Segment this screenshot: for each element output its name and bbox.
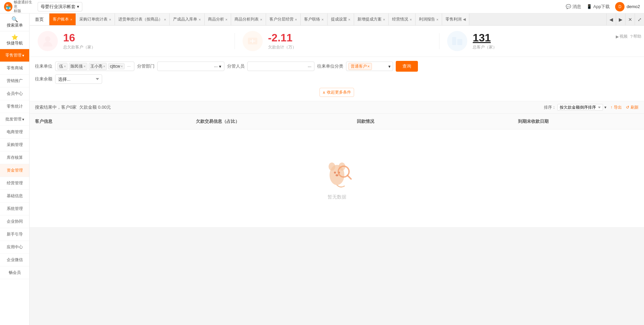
tab-close-icon[interactable]: ×: [295, 17, 297, 22]
sidebar-item-app-center[interactable]: 应用中心: [0, 241, 29, 254]
help-link[interactable]: ? 帮助: [630, 34, 641, 39]
stat-icon-1: [38, 31, 58, 51]
tab-close-icon[interactable]: ×: [164, 17, 166, 22]
tab-purchase-order-stats[interactable]: 采购订单统计表 ×: [76, 13, 115, 25]
unit-tags-input[interactable]: 伍 × 陈民强 × 王小亮 × cjttcw ×: [55, 62, 134, 71]
tab-close-icon[interactable]: ◀: [463, 17, 466, 22]
tab-prev-button[interactable]: ◀: [606, 13, 616, 26]
sort-chevron-icon: ▾: [604, 105, 606, 110]
tab-close-icon[interactable]: ×: [260, 17, 262, 22]
sys-mgmt-label: 系统管理: [1, 206, 28, 212]
person-select[interactable]: ···: [247, 62, 314, 71]
sidebar-item-inventory[interactable]: 库存核算: [0, 151, 29, 164]
sidebar-item-sys-mgmt[interactable]: 系统管理: [0, 203, 29, 215]
refresh-button[interactable]: ↺ 刷新: [626, 105, 639, 110]
tab-purchase-stats-product[interactable]: 进货单统计表（按商品） ×: [115, 13, 170, 25]
tab-close-icon[interactable]: ×: [348, 17, 350, 22]
tab-product-cost-entry[interactable]: 产成品入库单 ×: [170, 13, 204, 25]
tab-close-icon[interactable]: ×: [436, 17, 438, 22]
sidebar-search[interactable]: 🔍 搜索菜单: [0, 13, 29, 31]
username-label: demo2: [627, 4, 640, 9]
tab-maximize-button[interactable]: ⤢: [635, 13, 644, 26]
unit-tag-chen-close[interactable]: ×: [83, 64, 85, 68]
sidebar-item-ecommerce[interactable]: 电商管理: [0, 126, 29, 139]
tab-close-icon[interactable]: ×: [199, 17, 201, 22]
logo-version: 标版: [14, 9, 34, 13]
sidebar-item-capital-mgmt[interactable]: 资金管理: [0, 164, 29, 177]
unit-class-tag-close[interactable]: ×: [368, 64, 370, 68]
main-layout: 🔍 搜索菜单 ⭐ 快捷导航 零售管理 ▾ 零售商城 营销推广 会员中心 零售统计…: [0, 13, 644, 325]
collapse-filters-button[interactable]: ∧ 收起更多条件: [319, 88, 354, 97]
tab-close-icon[interactable]: ×: [70, 17, 72, 22]
svg-point-5: [329, 162, 335, 171]
tab-retail-profit[interactable]: 零售利润 ◀: [442, 13, 469, 25]
tab-product-analysis-list[interactable]: 商品分析列表 ×: [231, 13, 266, 25]
sidebar-item-vip-member[interactable]: 畅会员: [0, 266, 29, 279]
sidebar-item-member-center[interactable]: 会员中心: [0, 87, 29, 100]
tab-close-icon[interactable]: ×: [109, 17, 111, 22]
sidebar-item-zero-retail[interactable]: 零售管理 ▾: [0, 49, 29, 62]
tab-close-all-button[interactable]: ✕: [625, 13, 635, 26]
refresh-label: 刷新: [631, 105, 639, 110]
sidebar-item-marketing[interactable]: 营销推广: [0, 75, 29, 87]
tenant-selector[interactable]: 母婴行业演示帐套 ▾: [38, 2, 82, 11]
tab-close-icon[interactable]: ×: [410, 17, 412, 22]
unit-tag-wang-close[interactable]: ×: [103, 64, 105, 68]
chevron-up-icon: ∧: [323, 90, 326, 95]
tab-home[interactable]: 首页: [30, 13, 49, 25]
chevron-down-icon: ▾: [77, 4, 79, 9]
unit-tag-chen: 陈民强 ×: [69, 63, 87, 70]
app-download-label: App下载: [593, 4, 610, 10]
marketing-label: 营销推广: [1, 78, 28, 84]
query-button[interactable]: 查询: [396, 61, 418, 72]
sort-label: 排序：: [544, 105, 556, 110]
unit-class-select[interactable]: 普通客户 × ▾: [346, 62, 393, 71]
unit-tag-wang: 王小亮 ×: [89, 63, 107, 70]
sidebar-item-batch-mgmt[interactable]: 批发管理 ▾: [0, 113, 29, 126]
user-menu[interactable]: D demo2: [615, 2, 640, 11]
dept-select[interactable]: ··· ▾: [157, 62, 224, 71]
balance-select[interactable]: 选择...: [55, 74, 102, 84]
filter-more-btn[interactable]: ···: [126, 63, 132, 69]
sidebar-item-zero-mall[interactable]: 零售商城: [0, 62, 29, 75]
stat-info-3: 131 总客户（家）: [473, 32, 497, 50]
stat-card-customers: 16 总欠款客户（家）: [30, 31, 234, 51]
message-button[interactable]: 💬 消息: [566, 4, 581, 10]
unit-tag-wu-close[interactable]: ×: [64, 64, 66, 68]
export-button[interactable]: ↑ 导出: [610, 105, 622, 110]
tab-next-button[interactable]: ▶: [616, 13, 625, 26]
top-bar-actions: 💬 消息 📱 App下载 D demo2: [566, 2, 640, 11]
tab-product-analysis[interactable]: 商品分析 ×: [205, 13, 231, 25]
tab-bar: 首页 客户账本 × 采购订单统计表 × 进货单统计表（按商品） × 产成品入库单…: [30, 13, 644, 26]
tab-new-promote-plan[interactable]: 新增提成方案 ×: [354, 13, 389, 25]
refresh-icon: ↺: [626, 105, 629, 110]
tab-close-icon[interactable]: ×: [383, 17, 385, 22]
tab-close-icon[interactable]: ×: [321, 17, 324, 22]
balance-filter-label: 往来余额: [35, 76, 52, 82]
stat-icon-area-3: [447, 31, 467, 51]
video-link[interactable]: ▶ 视频: [616, 34, 628, 39]
sidebar-quick-nav[interactable]: ⭐ 快捷导航: [0, 31, 29, 49]
svg-line-10: [347, 175, 351, 179]
base-info-label: 基础信息: [1, 193, 28, 199]
content-area: 首页 客户账本 × 采购订单统计表 × 进货单统计表（按商品） × 产成品入库单…: [30, 13, 644, 325]
stat-info-1: 16 总欠款客户（家）: [63, 32, 95, 50]
tab-profit-report[interactable]: 利润报告 ×: [416, 13, 442, 25]
sidebar-item-enterprise-wx[interactable]: 企业微信: [0, 254, 29, 266]
unit-tag-cjttcw-close[interactable]: ×: [121, 64, 123, 68]
sidebar-item-zero-stat[interactable]: 零售统计: [0, 100, 29, 113]
tab-promote-settings[interactable]: 提成设置 ×: [328, 13, 354, 25]
sidebar-item-new-guide[interactable]: 新手引导: [0, 228, 29, 241]
tab-customer-tier-ops[interactable]: 客户分层经营 ×: [266, 13, 301, 25]
stat-label-2: 欠款合计（万）: [268, 44, 296, 50]
tab-customer-contact[interactable]: 客户联络 ×: [301, 13, 327, 25]
tab-operations-situation[interactable]: 经营情况 ×: [389, 13, 415, 25]
app-download-button[interactable]: 📱 App下载: [587, 4, 610, 10]
sort-select[interactable]: 按欠款金额倒序排序: [557, 104, 603, 111]
sidebar-item-purchase-mgmt[interactable]: 采购管理: [0, 139, 29, 151]
sidebar-item-operations-mgmt[interactable]: 经营管理: [0, 177, 29, 190]
sidebar-item-enterprise-coop[interactable]: 企业协同: [0, 215, 29, 228]
tab-customer-balance[interactable]: 客户账本 ×: [49, 13, 76, 25]
sidebar-item-base-info[interactable]: 基础信息: [0, 190, 29, 203]
tab-close-icon[interactable]: ×: [225, 17, 227, 22]
